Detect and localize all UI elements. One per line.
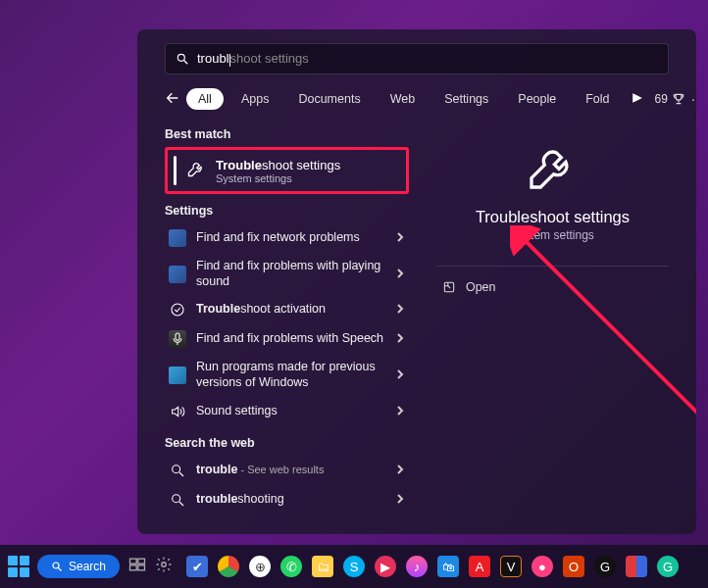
chevron-right-icon bbox=[395, 405, 405, 418]
chevron-right-icon bbox=[395, 332, 405, 346]
speaker-icon bbox=[169, 403, 186, 420]
wrench-icon-large bbox=[436, 139, 669, 194]
store-icon[interactable]: 🛍 bbox=[437, 556, 459, 577]
chevron-right-icon bbox=[395, 268, 405, 281]
svg-line-1 bbox=[184, 61, 188, 65]
svg-rect-20 bbox=[138, 559, 145, 564]
settings-row-speech[interactable]: Find and fix problems with Speech bbox=[165, 324, 409, 354]
settings-row-sound[interactable]: Sound settings bbox=[165, 397, 409, 426]
search-input[interactable]: troublshoot settings bbox=[165, 43, 669, 74]
wrench-icon bbox=[186, 159, 206, 182]
tab-web[interactable]: Web bbox=[379, 88, 427, 110]
svg-point-23 bbox=[162, 563, 167, 567]
svg-rect-7 bbox=[176, 333, 179, 340]
chevron-right-icon bbox=[395, 231, 405, 245]
section-search-web: Search the web bbox=[165, 436, 409, 450]
divider bbox=[436, 266, 669, 267]
office-icon[interactable]: O bbox=[563, 556, 584, 577]
selection-indicator bbox=[174, 156, 177, 185]
best-match-result[interactable]: Troubleshoot settings System settings bbox=[165, 147, 409, 194]
svg-point-0 bbox=[177, 54, 184, 61]
skype-icon[interactable]: S bbox=[343, 556, 365, 577]
open-action[interactable]: Open bbox=[436, 276, 669, 298]
network-troubleshoot-icon bbox=[169, 229, 186, 247]
chevron-right-icon bbox=[395, 493, 405, 507]
acrobat-icon[interactable]: A bbox=[469, 556, 490, 577]
sound-troubleshoot-icon bbox=[169, 266, 186, 283]
web-row-trouble[interactable]: trouble - See web results bbox=[165, 456, 409, 485]
detail-pane: Troubleshoot settings System settings Op… bbox=[432, 118, 669, 507]
tab-row: All Apps Documents Web Settings People F… bbox=[165, 88, 669, 110]
back-button[interactable] bbox=[165, 90, 180, 109]
search-text: troublshoot settings bbox=[197, 51, 309, 66]
start-search-panel: troublshoot settings All Apps Documents … bbox=[137, 29, 696, 534]
tab-folders[interactable]: Fold bbox=[574, 88, 621, 110]
app-icon[interactable]: ▶ bbox=[375, 556, 396, 577]
settings-row-network[interactable]: Find and fix network problems bbox=[165, 223, 409, 253]
tab-apps[interactable]: Apps bbox=[229, 88, 281, 110]
detail-title: Troubleshoot settings bbox=[436, 208, 669, 226]
best-match-title: Troubleshoot settings bbox=[216, 158, 340, 172]
chevron-right-icon bbox=[395, 464, 405, 477]
taskbar-search-button[interactable]: Search bbox=[37, 555, 120, 578]
app-icon[interactable]: G bbox=[594, 556, 616, 577]
tab-documents[interactable]: Documents bbox=[286, 88, 372, 110]
app-icon[interactable]: V bbox=[500, 556, 522, 577]
web-row-troubleshooting[interactable]: troubleshooting bbox=[165, 485, 409, 508]
svg-line-15 bbox=[447, 285, 450, 288]
section-best-match: Best match bbox=[165, 127, 409, 141]
svg-marker-3 bbox=[632, 93, 642, 103]
svg-rect-21 bbox=[130, 565, 137, 570]
taskbar-pinned-apps: ✔ ⊕ ✆ 🗂 S ▶ ♪ 🛍 A V ● O G G bbox=[186, 556, 679, 577]
results-column: Best match Troubleshoot settings System … bbox=[165, 118, 409, 507]
settings-icon[interactable] bbox=[155, 556, 173, 577]
taskbar: Search ✔ ⊕ ✆ 🗂 S ▶ ♪ 🛍 A V ● O G G bbox=[0, 545, 708, 588]
tab-settings[interactable]: Settings bbox=[432, 88, 500, 110]
svg-line-11 bbox=[179, 472, 183, 476]
chevron-right-icon bbox=[395, 368, 405, 382]
app-icon[interactable]: ✔ bbox=[186, 556, 208, 577]
tab-people[interactable]: People bbox=[506, 88, 568, 110]
chrome-icon[interactable] bbox=[218, 556, 239, 577]
svg-marker-9 bbox=[173, 407, 178, 416]
search-icon bbox=[176, 52, 189, 66]
svg-point-17 bbox=[53, 563, 59, 568]
tabs-more-icon[interactable] bbox=[628, 92, 643, 107]
check-circle-icon bbox=[169, 301, 186, 318]
settings-row-activation[interactable]: Troubleshoot activation bbox=[165, 295, 409, 324]
svg-line-18 bbox=[59, 568, 62, 571]
grammarly-icon[interactable]: G bbox=[657, 556, 679, 577]
svg-point-6 bbox=[172, 304, 183, 316]
task-view-icon[interactable] bbox=[127, 555, 147, 578]
itunes-icon[interactable]: ♪ bbox=[406, 556, 428, 577]
chevron-right-icon bbox=[395, 303, 405, 317]
svg-point-10 bbox=[173, 465, 180, 472]
svg-rect-22 bbox=[138, 565, 145, 570]
tab-all[interactable]: All bbox=[186, 88, 224, 110]
svg-rect-19 bbox=[130, 559, 137, 564]
app-icon[interactable]: ● bbox=[531, 556, 553, 577]
more-options-icon[interactable]: ··· bbox=[691, 91, 696, 107]
best-match-subtitle: System settings bbox=[216, 172, 340, 184]
whatsapp-icon[interactable]: ✆ bbox=[280, 556, 302, 577]
windows-compat-icon bbox=[169, 367, 186, 384]
svg-line-13 bbox=[179, 502, 183, 506]
settings-row-sound-fix[interactable]: Find and fix problems with playing sound bbox=[165, 253, 409, 295]
explorer-icon[interactable]: 🗂 bbox=[312, 556, 333, 577]
start-button[interactable] bbox=[8, 556, 29, 577]
section-settings: Settings bbox=[165, 204, 409, 218]
app-icon[interactable] bbox=[626, 556, 647, 577]
detail-subtitle: System settings bbox=[436, 228, 669, 242]
microphone-icon bbox=[169, 330, 186, 348]
app-icon[interactable]: ⊕ bbox=[249, 556, 271, 577]
open-icon bbox=[442, 280, 456, 294]
search-icon bbox=[169, 462, 186, 479]
svg-point-12 bbox=[173, 494, 180, 502]
trophy-icon bbox=[672, 92, 685, 106]
search-icon bbox=[169, 491, 186, 508]
settings-row-compat[interactable]: Run programs made for previous versions … bbox=[165, 354, 409, 396]
rewards-points[interactable]: 69 bbox=[655, 92, 685, 106]
